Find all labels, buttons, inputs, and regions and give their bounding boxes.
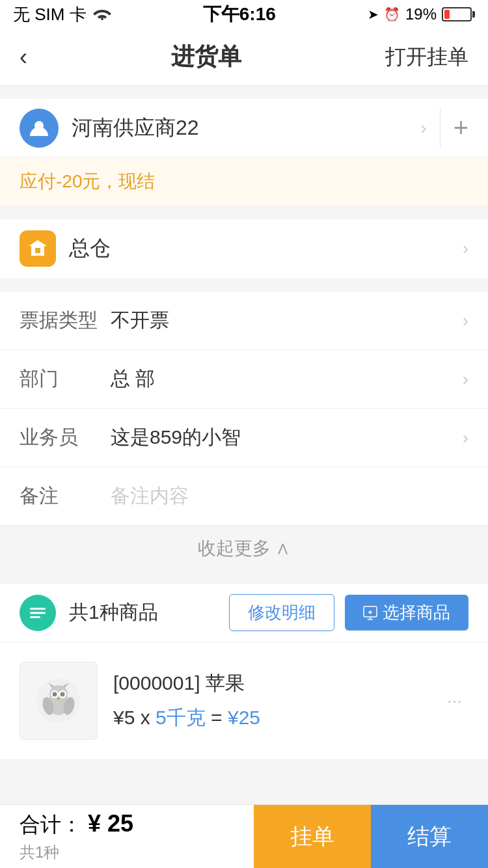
- product-count-text: 共1种商品: [69, 599, 229, 626]
- salesman-chevron-icon: ›: [463, 427, 468, 448]
- dept-chevron-icon: ›: [463, 369, 468, 390]
- invoice-value: 不开票: [111, 307, 463, 334]
- product-more-button[interactable]: ···: [441, 684, 468, 718]
- price-multiply: x: [141, 707, 156, 728]
- svg-point-16: [53, 692, 57, 697]
- alarm-icon: ⏰: [384, 7, 400, 22]
- invoice-row[interactable]: 票据类型 不开票 ›: [0, 291, 488, 349]
- bottom-bar: 合计： ¥ 25 共1种 挂单 结算: [0, 804, 488, 868]
- salesman-row[interactable]: 业务员 这是859的小智 ›: [0, 408, 488, 467]
- product-count-icon: [20, 595, 56, 631]
- price-base: ¥5: [113, 707, 135, 728]
- status-time: 下午6:16: [203, 2, 276, 27]
- total-row: 合计： ¥ 25: [20, 810, 234, 839]
- supplier-divider: [440, 109, 441, 148]
- dept-label: 部门: [20, 366, 111, 392]
- salesman-label: 业务员: [20, 424, 111, 451]
- location-icon: ➤: [368, 7, 379, 22]
- top-divider: [0, 86, 488, 99]
- product-title: 苹果: [206, 672, 245, 694]
- supplier-row[interactable]: 河南供应商22 › +: [0, 99, 488, 157]
- supplier-name: 河南供应商22: [72, 114, 420, 142]
- total-count: 共1种: [20, 842, 234, 863]
- supplier-section: 河南供应商22 › + 应付-20元，现结: [0, 99, 488, 206]
- form-section: 票据类型 不开票 › 部门 总 部 › 业务员 这是859的小智 › 备注 备注…: [0, 291, 488, 525]
- salesman-value: 这是859的小智: [111, 424, 463, 451]
- invoice-label: 票据类型: [20, 307, 111, 334]
- select-product-label: 选择商品: [383, 601, 450, 624]
- total-label: 合计：: [20, 813, 82, 836]
- mid-divider1: [0, 206, 488, 219]
- invoice-chevron-icon: ›: [463, 310, 468, 331]
- select-product-button[interactable]: 选择商品: [345, 595, 468, 631]
- warehouse-chevron-icon: ›: [463, 238, 468, 259]
- checkout-button[interactable]: 结算: [371, 805, 488, 868]
- dept-value: 总 部: [111, 366, 463, 392]
- battery-percent: 19%: [405, 5, 437, 23]
- battery-indicator: [442, 7, 475, 21]
- product-name: [0000001] 苹果: [113, 670, 441, 697]
- hang-order-button[interactable]: 挂单: [254, 805, 371, 868]
- remark-input[interactable]: 备注内容: [111, 483, 468, 509]
- dept-row[interactable]: 部门 总 部 ›: [0, 349, 488, 408]
- status-right: ➤ ⏰ 19%: [368, 5, 475, 23]
- back-button[interactable]: ‹: [20, 44, 27, 71]
- product-code: [0000001]: [113, 672, 200, 694]
- carrier-label: 无 SIM 卡: [13, 3, 87, 26]
- product-price: ¥5 x 5千克 = ¥25: [113, 705, 441, 731]
- product-info: [0000001] 苹果 ¥5 x 5千克 = ¥25: [113, 670, 441, 731]
- collapse-bar[interactable]: 收起更多 ∧: [0, 525, 488, 571]
- mid-divider2: [0, 278, 488, 291]
- supplier-chevron-icon: ›: [420, 118, 426, 139]
- warehouse-row[interactable]: 总仓 ›: [0, 219, 488, 278]
- status-left: 无 SIM 卡: [13, 3, 111, 26]
- page-title: 进货单: [171, 41, 241, 73]
- status-bar: 无 SIM 卡 下午6:16 ➤ ⏰ 19%: [0, 0, 488, 29]
- remark-label: 备注: [20, 483, 111, 509]
- nav-bar: ‹ 进货单 打开挂单: [0, 29, 488, 86]
- add-supplier-button[interactable]: +: [454, 113, 468, 142]
- warehouse-section: 总仓 ›: [0, 219, 488, 278]
- product-section: 共1种商品 修改明细 选择商品: [0, 584, 488, 760]
- supplier-avatar: [20, 109, 59, 148]
- notice-bar: 应付-20元，现结: [0, 157, 488, 206]
- remark-row[interactable]: 备注 备注内容: [0, 467, 488, 525]
- warehouse-name: 总仓: [69, 234, 463, 263]
- modify-detail-button[interactable]: 修改明细: [229, 594, 334, 631]
- svg-rect-3: [30, 616, 40, 618]
- product-thumbnail: [20, 662, 98, 740]
- collapse-label: 收起更多 ∧: [198, 536, 291, 561]
- wifi-signal-icon: [93, 5, 111, 25]
- open-pending-button[interactable]: 打开挂单: [385, 43, 468, 72]
- warehouse-icon: [20, 230, 56, 267]
- price-total: ¥25: [228, 707, 260, 728]
- total-amount: ¥ 25: [88, 810, 133, 837]
- product-header: 共1种商品 修改明细 选择商品: [0, 584, 488, 642]
- total-section: 合计： ¥ 25 共1种: [0, 805, 254, 868]
- svg-rect-1: [30, 608, 46, 610]
- price-equals: =: [211, 707, 228, 728]
- product-item: [0000001] 苹果 ¥5 x 5千克 = ¥25 ···: [0, 642, 488, 760]
- mid-divider3: [0, 571, 488, 584]
- price-qty: 5千克: [156, 707, 206, 728]
- svg-point-17: [61, 692, 65, 697]
- svg-rect-2: [30, 612, 46, 614]
